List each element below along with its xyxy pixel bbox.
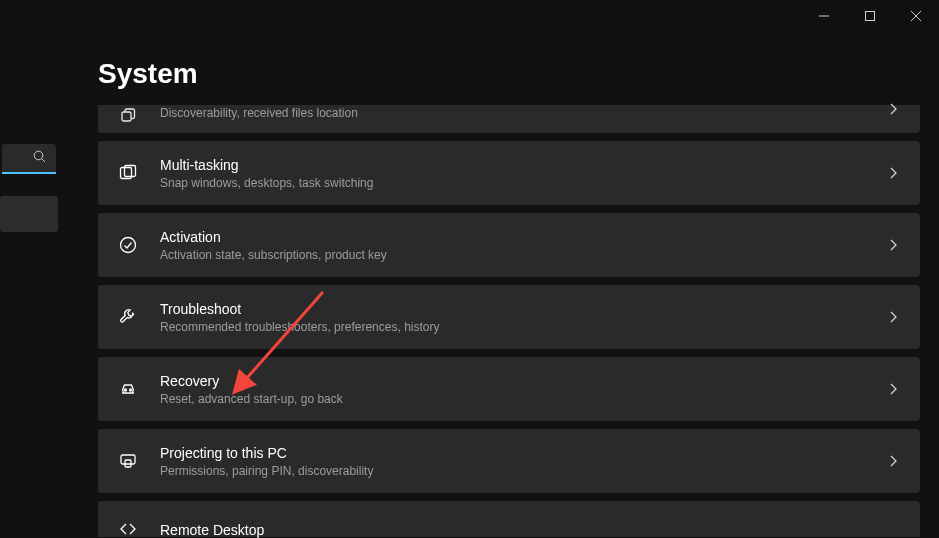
close-button[interactable] — [893, 0, 939, 32]
svg-point-9 — [121, 238, 136, 253]
share-icon — [118, 105, 138, 125]
settings-item-label: Activation — [160, 228, 886, 246]
settings-item-sub: Permissions, pairing PIN, discoverabilit… — [160, 463, 886, 479]
settings-item-multitasking[interactable]: Multi-tasking Snap windows, desktops, ta… — [98, 141, 920, 205]
search-input[interactable] — [2, 144, 56, 174]
chevron-right-icon — [886, 237, 902, 253]
settings-item-sub: Snap windows, desktops, task switching — [160, 175, 886, 191]
svg-line-5 — [42, 159, 45, 162]
settings-item-troubleshoot[interactable]: Troubleshoot Recommended troubleshooters… — [98, 285, 920, 349]
page-title: System — [98, 58, 198, 90]
remote-desktop-icon — [118, 519, 138, 538]
settings-item-remote-desktop[interactable]: Remote Desktop — [98, 501, 920, 537]
svg-rect-1 — [866, 12, 875, 21]
settings-item-label: Multi-tasking — [160, 156, 886, 174]
svg-point-4 — [34, 151, 43, 160]
projecting-icon — [118, 451, 138, 471]
multitasking-icon — [118, 163, 138, 183]
settings-item-sub: Reset, advanced start-up, go back — [160, 391, 886, 407]
window-controls — [801, 0, 939, 32]
chevron-right-icon — [886, 309, 902, 325]
maximize-button[interactable] — [847, 0, 893, 32]
chevron-right-icon — [886, 165, 902, 181]
settings-item-label: Remote Desktop — [160, 521, 902, 538]
svg-rect-6 — [122, 112, 131, 121]
chevron-right-icon — [886, 381, 902, 397]
troubleshoot-icon — [118, 307, 138, 327]
recovery-icon — [118, 379, 138, 399]
search-icon — [33, 149, 46, 167]
minimize-button[interactable] — [801, 0, 847, 32]
sidebar — [0, 0, 58, 538]
settings-item-activation[interactable]: Activation Activation state, subscriptio… — [98, 213, 920, 277]
settings-item-label: Recovery — [160, 372, 886, 390]
activation-icon — [118, 235, 138, 255]
settings-item-label: Projecting to this PC — [160, 444, 886, 462]
svg-point-10 — [125, 389, 127, 391]
settings-item-projecting[interactable]: Projecting to this PC Permissions, pairi… — [98, 429, 920, 493]
settings-list: Discoverability, received files location… — [98, 105, 920, 537]
settings-item-sub: Activation state, subscriptions, product… — [160, 247, 886, 263]
settings-item-nearby-sharing[interactable]: Discoverability, received files location — [98, 105, 920, 133]
settings-item-recovery[interactable]: Recovery Reset, advanced start-up, go ba… — [98, 357, 920, 421]
settings-item-label: Troubleshoot — [160, 300, 886, 318]
chevron-right-icon — [886, 453, 902, 469]
sidebar-item-system[interactable] — [0, 196, 58, 232]
settings-item-sub: Discoverability, received files location — [160, 105, 886, 121]
chevron-right-icon — [886, 101, 902, 117]
settings-item-sub: Recommended troubleshooters, preferences… — [160, 319, 886, 335]
svg-point-11 — [130, 389, 132, 391]
